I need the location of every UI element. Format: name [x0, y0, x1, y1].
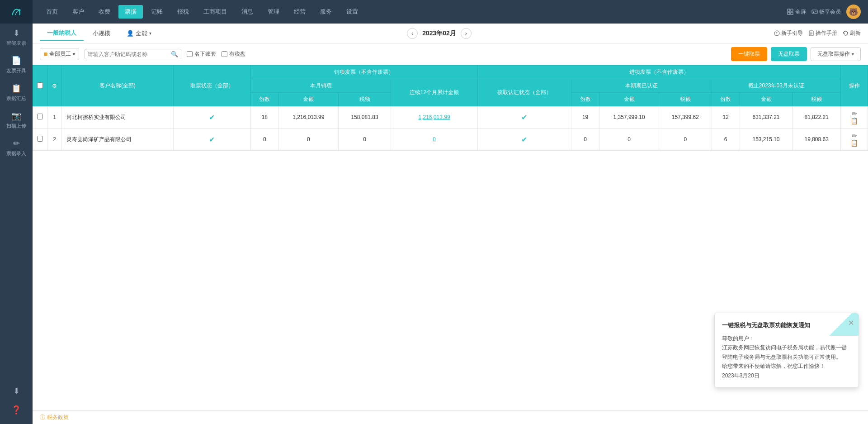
row-checkbox[interactable]: [33, 106, 47, 129]
row-check-input[interactable]: [37, 136, 43, 142]
row-fetch-status: ✔: [173, 129, 250, 151]
edit-icon[interactable]: ✏: [850, 110, 859, 117]
row-cert-status: ✔: [477, 106, 571, 129]
tax-disk-checkbox[interactable]: 有税盘: [222, 50, 245, 58]
nav-tax[interactable]: 报税: [171, 5, 195, 19]
nav-settings[interactable]: 设置: [340, 5, 364, 19]
nav-home[interactable]: 首页: [40, 5, 64, 19]
help-icon: ❓: [11, 405, 21, 415]
gear-icon[interactable]: ⚙: [52, 83, 57, 89]
th-checkbox: [33, 66, 47, 106]
nav-customers[interactable]: 客户: [66, 5, 90, 19]
below-account-input[interactable]: [187, 51, 193, 57]
row-cert-tax: 157,399.62: [659, 106, 712, 129]
more-icon[interactable]: 📋: [849, 139, 859, 147]
group-header-row: ⚙ 客户名称(全部) 取票状态（全部） 销项发票（不含作废票） 进项发票（不含作: [33, 66, 868, 79]
no-disk-ops-btn[interactable]: 无盘取票操作 ▾: [811, 47, 861, 61]
tab-all-label: 全能: [136, 29, 147, 38]
sidebar-item-invoice-summary[interactable]: 📋 票据汇总: [0, 79, 33, 106]
row-cert-count: 0: [571, 129, 599, 151]
prev-month-btn[interactable]: ‹: [407, 28, 418, 39]
th-certified-period: 本期期已认证: [571, 79, 712, 93]
th-cert-amount: 金额: [599, 93, 659, 106]
sidebar: ⬇ 智能取票 📄 发票开具 📋 票据汇总 📷 扫描上传 ✏ 票据录入 ⬇ ❓: [0, 0, 33, 424]
employee-select[interactable]: 全部员工 ▾: [40, 48, 79, 60]
employee-chevron-icon: ▾: [73, 52, 75, 57]
refresh-btn[interactable]: 刷新: [843, 29, 861, 37]
table-row: 2 灵寿县尚泽矿产品有限公司 ✔ 0 0 0 0 ✔ 0 0 0 6 153,2…: [33, 129, 868, 151]
tab-general[interactable]: 一般纳税人: [40, 26, 84, 41]
cert-status-icon: ✔: [521, 136, 527, 143]
row-cert-status: ✔: [477, 129, 571, 151]
th-month-count: 份数: [250, 93, 278, 106]
nav-messages[interactable]: 消息: [235, 5, 259, 19]
tab-small[interactable]: 小规模: [85, 27, 118, 40]
nav-business[interactable]: 工商项目: [197, 5, 233, 19]
sidebar-item-smart-fetch[interactable]: ⬇ 智能取票: [0, 24, 33, 51]
below-account-checkbox[interactable]: 名下账套: [187, 50, 216, 58]
row-cert-count: 19: [571, 106, 599, 129]
next-month-btn[interactable]: ›: [461, 28, 472, 39]
tab-all[interactable]: 👤 全能 ▾: [119, 27, 159, 40]
member-btn[interactable]: 畅享会员: [811, 8, 841, 16]
tax-disk-input[interactable]: [222, 51, 227, 57]
th-action: 操作: [841, 66, 868, 106]
row-month-count: 0: [250, 129, 278, 151]
edit-icon[interactable]: ✏: [850, 132, 859, 139]
filter-bar: 全部员工 ▾ 🔍 名下账套 有税盘 一键取票 无盘取票 无盘取票操作 ▾: [33, 43, 868, 65]
nav-invoices[interactable]: 票据: [118, 5, 143, 19]
policy-link[interactable]: 税务政策: [47, 414, 69, 421]
nav-accounting[interactable]: 记账: [145, 5, 169, 19]
row-uncert-tax: 19,808.63: [793, 129, 841, 151]
download-icon: ⬇: [13, 386, 20, 396]
nav-services[interactable]: 服务: [314, 5, 338, 19]
row-checkbox[interactable]: [33, 129, 47, 151]
cum-amount-link[interactable]: 1,216,013.99: [418, 114, 450, 120]
newbie-guide-btn[interactable]: 新手引导: [774, 29, 803, 37]
sidebar-item-scan-upload[interactable]: 📷 扫描上传: [0, 106, 33, 134]
notification-title: 一键报税与无盘取票功能恢复通知: [722, 320, 851, 330]
policy-icon: ⓘ: [40, 414, 45, 421]
all-icon: 👤: [127, 30, 134, 37]
cum-amount-link[interactable]: 0: [433, 136, 436, 143]
select-all-checkbox[interactable]: [37, 82, 43, 88]
search-icon[interactable]: 🔍: [171, 51, 178, 57]
top-nav: 首页 客户 收费 票据 记账 报税 工商项目 消息 管理 经营 服务 设置 全屏: [33, 0, 868, 24]
notification-close-btn[interactable]: ✕: [848, 317, 854, 329]
nav-receivables[interactable]: 收费: [92, 5, 117, 19]
th-fetch-status: 取票状态（全部）: [173, 66, 250, 106]
manual-btn[interactable]: 操作手册: [808, 29, 837, 37]
th-cert-tax: 税额: [659, 93, 712, 106]
no-disk-fetch-btn[interactable]: 无盘取票: [771, 47, 807, 61]
chevron-down-icon: ▾: [149, 31, 151, 36]
search-input[interactable]: [88, 51, 169, 57]
month-nav: ‹ 2023年02月 ›: [407, 28, 472, 39]
th-cum-amount: 连续12个月累计金额: [391, 79, 477, 106]
th-month-sales: 本月销项: [250, 79, 391, 93]
th-purchase-group: 进项发票（不含作废票）: [477, 66, 840, 79]
more-icon[interactable]: 📋: [849, 117, 859, 124]
dropdown-icon: ▾: [852, 52, 854, 57]
sidebar-item-data-entry[interactable]: ✏ 票据录入: [0, 134, 33, 162]
svg-rect-2: [788, 9, 790, 11]
sidebar-item-label: 票据录入: [6, 150, 26, 157]
row-check-input[interactable]: [37, 114, 43, 119]
notification-content: 尊敬的用户： 江苏政务网已恢复访问电子税务局功能，易代账一键登陆电子税务局与无盘…: [722, 334, 851, 380]
fullscreen-btn[interactable]: 全屏: [787, 8, 806, 16]
th-uncert-tax: 税额: [793, 93, 841, 106]
nav-management[interactable]: 管理: [261, 5, 286, 19]
employee-label: 全部员工: [49, 50, 71, 58]
svg-rect-6: [812, 10, 817, 14]
row-month-tax: 158,081.83: [338, 106, 391, 129]
one-click-fetch-btn[interactable]: 一键取票: [731, 47, 767, 61]
sidebar-item-label: 智能取票: [6, 40, 26, 47]
sidebar-item-issue-invoice[interactable]: 📄 发票开具: [0, 51, 33, 79]
fetch-status-icon: ✔: [209, 136, 215, 143]
user-avatar[interactable]: 🐻: [846, 5, 861, 19]
main-table: ⚙ 客户名称(全部) 取票状态（全部） 销项发票（不含作废票） 进项发票（不含作: [33, 65, 868, 151]
sidebar-item-label: 票据汇总: [6, 95, 26, 102]
nav-operations[interactable]: 经营: [288, 5, 312, 19]
sidebar-item-help[interactable]: ❓: [0, 400, 33, 419]
sidebar-item-download[interactable]: ⬇: [0, 381, 33, 400]
th-cert-status: 获取认证状态（全部）: [477, 79, 571, 106]
